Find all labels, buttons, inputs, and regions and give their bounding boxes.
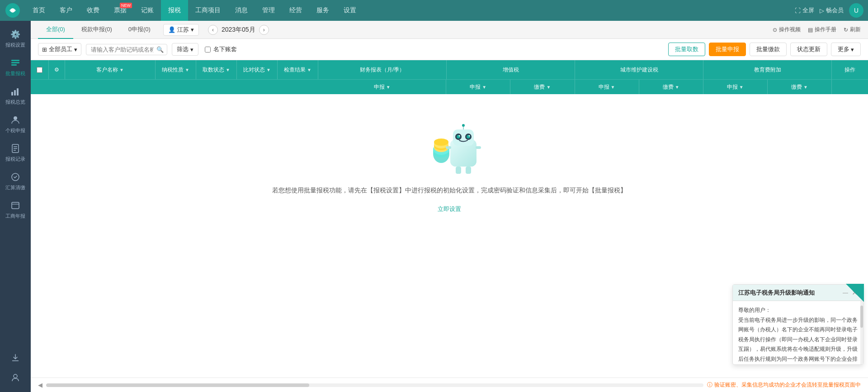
sidebar-item-annual-report[interactable]: 工商年报 [0,196,31,224]
refresh-icon: ↻ [844,27,848,33]
employee-select[interactable]: ⊞ 全部员工 ▾ [38,43,81,56]
notif-title: 江苏电子税务局升级影响通知 [738,289,815,297]
nav-service[interactable]: 服务 [309,0,336,21]
tax-record-icon [10,143,21,154]
search-icon[interactable]: 🔍 [156,46,164,53]
date-prev-btn[interactable]: ‹ [208,25,218,35]
filter-icon[interactable]: ▼ [739,85,744,90]
nav-bookkeeping[interactable]: 记账 [134,0,161,21]
th-gear[interactable]: ⚙ [49,60,65,79]
filter-icon[interactable]: ▼ [226,67,230,72]
nav-items: 首页 客户 收费 票据 NEW 记账 报税 工商项目 消息 管理 经营 服务 设… [25,0,795,21]
sidebar-item-tax-overview[interactable]: 报税总览 [0,81,31,110]
sidebar-item-annual-settlement[interactable]: 汇算清缴 [0,167,31,196]
filter-icon[interactable]: ▼ [386,85,391,90]
notif-close-btn[interactable]: ✕ [852,288,858,297]
filter-icon[interactable]: ▼ [185,67,189,72]
sidebar-item-batch-tax[interactable]: 批量报税 [0,53,31,81]
filter-btn[interactable]: 筛选 ▾ [172,43,198,56]
notif-minimize-btn[interactable]: — [843,290,848,296]
nav-tax[interactable]: 报税 [161,0,188,21]
th-operation: 操作 [832,60,868,79]
filter-icon[interactable]: ▼ [266,67,271,72]
filter-icon[interactable]: ▼ [119,67,124,72]
empty-state: 若您想使用批量报税功能，请先在【报税设置】中进行报税的初始化设置，完成密码验证和… [31,94,868,240]
filter-icon[interactable]: ▼ [307,67,311,72]
th-compare-status: 比对状态 ▼ [237,60,278,79]
nav-customer[interactable]: 客户 [52,0,80,21]
nav-fee[interactable]: 收费 [80,0,107,21]
dropdown-icon: ▾ [74,46,77,53]
fullscreen-icon: ⛶ [795,7,801,14]
search-input[interactable] [86,44,167,55]
notif-body: 尊敬的用户： 受当前电子税务局进一步升级的影响，同一个政务网账号（办税人）名下的… [733,301,863,364]
th-finance-declare: 申报▼ [318,80,446,94]
tab-all[interactable]: 全部(0) [38,21,73,39]
th-city-declare: 申报▼ [575,80,639,94]
scroll-track[interactable] [46,383,703,387]
sidebar-item-tax-record[interactable]: 报税记录 [0,139,31,167]
vip-btn[interactable]: ▷ 畅会员 [820,6,844,14]
top-nav: 首页 客户 收费 票据 NEW 记账 报税 工商项目 消息 管理 经营 服务 设… [0,0,868,21]
filter-icon[interactable]: ▼ [482,85,486,90]
th-vat-group: 增值税 [447,60,575,79]
select-all-checkbox[interactable] [37,67,42,73]
th-education-group: 教育费附加 [703,60,832,79]
fullscreen-btn[interactable]: ⛶ 全屏 [795,6,814,14]
batch-declare-btn[interactable]: 批量申报 [709,43,746,56]
grid-icon: ⊞ [42,46,47,53]
warning-text: ⓘ 验证账密、采集信息均成功的企业才会流转至批量报税页面中 [707,381,861,389]
batch-fetch-btn[interactable]: 批量取数 [668,43,705,56]
scroll-left-arrow[interactable]: ◀ [38,382,42,388]
tab-bar: 全部(0) 税款申报(0) 0申报(0) 👤 江苏 ▾ ‹ 2023年05月 ›… [31,21,868,39]
notification-panel: 江苏电子税务局升级影响通知 — ✕ 尊敬的用户： 受当前电子税务局进一步升级的影… [732,284,863,365]
svg-rect-36 [446,146,451,149]
svg-rect-4 [11,64,17,66]
date-next-btn[interactable]: › [259,25,269,35]
name-account-checkbox[interactable] [205,47,211,53]
sidebar-item-personal-tax[interactable]: 个税申报 [0,110,31,139]
tax-overview-icon [10,86,21,97]
new-badge: NEW [120,3,132,8]
status-update-btn[interactable]: 状态更新 [790,43,827,56]
nav-home[interactable]: 首页 [25,0,52,21]
region-icon: 👤 [168,26,175,33]
table-header-bottom: 申报▼ 申报▼ 缴费▼ 申报▼ 缴费▼ 申报▼ [31,80,868,94]
svg-point-24 [434,139,448,146]
nav-manage[interactable]: 管理 [255,0,282,21]
search-input-wrap: 🔍 [86,44,167,55]
th-checkbox[interactable] [31,60,49,79]
tab-tax-declare[interactable]: 税款申报(0) [73,21,120,39]
tab-zero-declare[interactable]: 0申报(0) [120,21,159,39]
batch-pay-btn[interactable]: 批量缴款 [750,43,787,56]
svg-point-33 [469,135,470,137]
nav-business[interactable]: 工商项目 [188,0,228,21]
user-avatar[interactable]: U [849,3,863,18]
th-city-pay: 缴费▼ [639,80,703,94]
region-selector[interactable]: 👤 江苏 ▾ [163,24,199,36]
batch-tax-icon [10,57,21,68]
nav-operation[interactable]: 经营 [282,0,309,21]
svg-rect-37 [476,146,481,149]
filter-icon[interactable]: ▼ [546,85,551,90]
setup-link[interactable]: 立即设置 [438,205,461,213]
nav-message[interactable]: 消息 [228,0,255,21]
sidebar-item-tax-settings[interactable]: ⚙️ 报税设置 [0,24,31,53]
svg-rect-38 [456,167,461,174]
refresh-btn[interactable]: ↻ 刷新 [844,26,861,33]
th-customer-name: 客户名称 ▼ [65,60,156,79]
operation-manual-btn[interactable]: ▤ 操作手册 [808,26,836,33]
filter-icon[interactable]: ▼ [803,85,808,90]
sidebar-user[interactable] [0,368,31,387]
personal-tax-icon [10,115,21,125]
nav-settings[interactable]: 设置 [336,0,363,21]
nav-invoice[interactable]: 票据 NEW [107,0,134,21]
filter-icon[interactable]: ▼ [675,85,679,90]
th-edu-pay: 缴费▼ [768,80,832,94]
annual-settlement-icon [10,172,21,182]
scroll-thumb [46,383,309,387]
operation-video-btn[interactable]: ⊙ 操作视频 [773,26,801,33]
filter-icon[interactable]: ▼ [611,85,615,90]
more-btn[interactable]: 更多 ▾ [831,43,861,56]
sidebar-download[interactable] [0,348,31,368]
